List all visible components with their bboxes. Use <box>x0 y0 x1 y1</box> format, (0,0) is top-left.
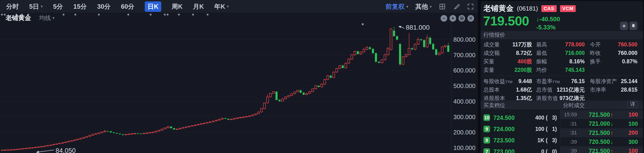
quote-value: 9.448 <box>518 78 532 84</box>
trade-time: 15:59 <box>560 112 577 118</box>
stock-name: 老铺黄金 <box>484 3 514 14</box>
quote-label: 市盈率TTM <box>536 78 560 85</box>
trade-volume: 200 <box>628 130 638 136</box>
trade-time: :31 <box>560 121 577 127</box>
quote-info-panel: 老铺黄金 (06181) CAS VCM 719.500 ↓-40.500 -5… <box>481 1 643 153</box>
level-price: 723.500 <box>493 137 514 144</box>
quote-value: 28.615 <box>621 86 638 93</box>
y-axis-tick: 400.000 <box>453 98 476 105</box>
level-number-badge: 7 <box>484 148 490 153</box>
quote-label: 每股净资产 <box>590 78 617 85</box>
quote-value: 400股 <box>518 58 532 65</box>
add-watchlist-button[interactable]: + <box>620 22 628 30</box>
y-axis-tick: 500.000 <box>453 82 476 90</box>
quote-label: 昨收 <box>590 50 601 57</box>
quote-label: 最高 <box>536 41 547 48</box>
arrow-down-icon: ↓ <box>536 16 539 23</box>
quote-value: 76.15 <box>571 78 585 84</box>
timesales-detail-button[interactable]: 详 <box>628 101 638 108</box>
quote-value: 117万股 <box>512 41 532 48</box>
quote-label: 买量 <box>484 58 494 65</box>
level-size: 1K ( 3) <box>537 137 557 144</box>
timesales-row[interactable]: :31 721.000↓ 100 <box>560 119 643 128</box>
uptick-arrow-icon: ↑ <box>610 130 613 136</box>
y-axis-tick: 200.000 <box>453 129 476 136</box>
quote-label: 振幅 <box>536 58 547 65</box>
orderbook-level-row[interactable]: 8 723.500 1K ( 3) <box>481 135 560 146</box>
candlestick-chart[interactable]: 881.00084.050 <box>0 0 478 153</box>
quote-value: 8.72亿 <box>516 50 532 57</box>
level-price: 724.000 <box>493 126 514 132</box>
y-axis-tick: 700.000 <box>453 52 476 59</box>
quote-row: 每股收益TTM9.448市盈率TTM76.15每股净资产25.144 <box>481 77 643 86</box>
quote-value: 760.000 <box>618 50 638 56</box>
quote-value: 1211亿港元 <box>557 86 585 94</box>
chevron-down-icon: ▾ <box>52 16 54 20</box>
quote-label: 每股收益TTM <box>484 78 512 85</box>
trade-time: :39 <box>560 139 577 145</box>
chart-subtitle: 老铺黄金 均线 ▾ <box>6 14 54 22</box>
trade-time: :31 <box>560 130 577 136</box>
orderbook-level-row[interactable]: 9 724.000 100 ( 1) <box>481 123 560 135</box>
level-number-badge: 9 <box>484 126 490 132</box>
close-icon[interactable]: ✕ <box>468 15 474 22</box>
ma-dropdown[interactable]: 均线 ▾ <box>39 14 54 22</box>
quote-label: 总股本 <box>484 86 500 94</box>
chart-corner-controls: − + ✕ <box>441 15 474 22</box>
trade-price: 720.500↓ <box>589 138 613 145</box>
timesales-row[interactable]: :31 721.500↑ 200 <box>560 128 643 137</box>
stock-code: (06181) <box>517 5 538 12</box>
orderbook-level-row[interactable]: 10 724.500 400 ( 3) <box>481 112 560 123</box>
alert-bell-button[interactable] <box>630 22 638 30</box>
y-axis-tick: 100.000 <box>453 144 476 152</box>
level-size: 0 ( 0) <box>541 148 557 153</box>
orderbook-level-row[interactable]: 7 723.000 0 ( 0) <box>481 146 560 153</box>
quote-row: 成交额8.72亿最低716.000昨收760.000 <box>481 49 643 57</box>
quote-label: 市净率 <box>590 86 606 94</box>
timesales-row[interactable]: :39 720.500↓ 300 <box>560 138 643 146</box>
y-axis-tick: 300.000 <box>453 114 476 121</box>
zoom-out-icon[interactable]: − <box>441 15 447 22</box>
quote-row: 总股本1.68亿总市值1211亿港元市净率28.615 <box>481 86 643 94</box>
quote-label: 均价 <box>536 66 547 74</box>
trading-terminal: 分时5日▾5分15分30分60分日K周K月K年K▾ 前复权 ▾ 其他 ▾ <box>0 0 644 153</box>
quote-label: 最低 <box>536 50 547 57</box>
quote-label: 卖量 <box>484 66 494 74</box>
chart-stock-name: 老铺黄金 <box>6 14 31 22</box>
quote-label: 成交量 <box>484 41 500 48</box>
quote-value: 778.000 <box>565 42 585 48</box>
level-size: 100 ( 1) <box>535 126 557 132</box>
timesales-row[interactable]: 15:59 721.500↑ 100 <box>560 110 643 119</box>
svg-text:84.050: 84.050 <box>56 147 76 153</box>
zoom-in-icon[interactable]: + <box>450 15 456 22</box>
trade-volume: 100 <box>628 120 638 127</box>
svg-text:881.000: 881.000 <box>406 24 430 31</box>
trade-volume: 100 <box>628 148 638 153</box>
downtick-arrow-icon: ↓ <box>610 139 613 145</box>
level-price: 724.500 <box>493 114 514 121</box>
quote-value: 25.144 <box>621 78 638 84</box>
y-axis <box>451 20 452 153</box>
stock-header: 老铺黄金 (06181) CAS VCM <box>484 3 576 14</box>
quote-label: 总市值 <box>536 86 552 94</box>
trade-price: 721.500↑ <box>589 148 613 153</box>
cas-badge: CAS <box>541 5 557 12</box>
quote-row: 卖量2200股均价745.143 <box>481 66 643 74</box>
timesales-title: 分时成交 <box>563 102 585 109</box>
y-axis-tick: 600.000 <box>453 67 476 74</box>
settings-gear-icon[interactable] <box>458 15 465 22</box>
quote-value: 2200股 <box>514 66 532 74</box>
timesales-row[interactable]: :39 721.500↑ 100 <box>560 146 643 153</box>
quote-value: 716.000 <box>565 50 585 56</box>
panel-buttons: + <box>620 22 638 30</box>
quote-value: 8.16% <box>570 58 585 65</box>
level-size: 400 ( 3) <box>535 115 557 121</box>
quote-value: 745.143 <box>565 67 585 73</box>
orderbook-title: 买卖档位 <box>484 102 505 109</box>
trade-price: 721.500↑ <box>589 130 613 136</box>
trade-price: 721.500↑ <box>589 111 613 118</box>
downtick-arrow-icon: ↓ <box>610 120 613 127</box>
trade-volume: 100 <box>628 111 638 118</box>
quote-value: 1.68亿 <box>516 86 532 94</box>
quote-label: 今开 <box>590 41 601 48</box>
